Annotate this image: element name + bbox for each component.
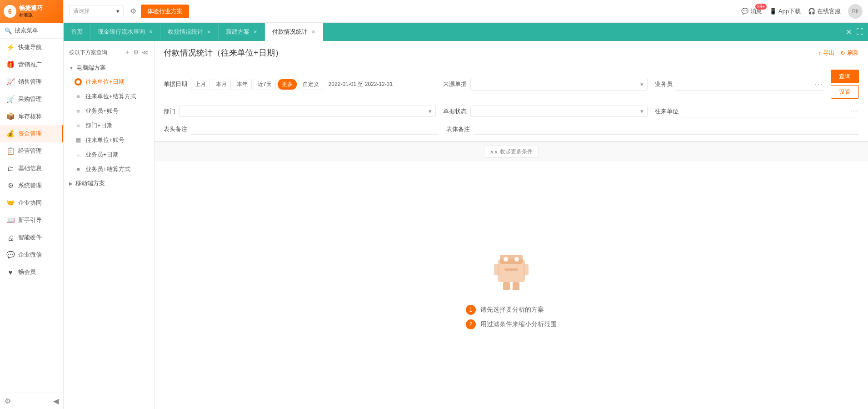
system-icon: ⚙: [6, 182, 15, 190]
svg-rect-1: [500, 255, 523, 264]
hardware-icon: 🖨: [6, 233, 15, 242]
search-menu[interactable]: 🔍 搜索菜单: [0, 23, 63, 39]
trial-btn[interactable]: 体验行业方案: [141, 5, 189, 18]
scheme-unit-account[interactable]: ▦ 往来单位+账号: [64, 133, 154, 147]
voucher-status-select[interactable]: ▾: [470, 106, 647, 117]
online-service-btn[interactable]: 🎧 在线客服: [808, 7, 841, 15]
scheme-unit-date-label: 往来单位+日期: [85, 78, 125, 86]
sidebar-nav: ⚡ 快捷导航 🎁 营销推广 📈 销售管理 🛒 采购管理 📦 库存核算 💰 资金管…: [0, 39, 63, 393]
filter-col-dept: 部门 ▾: [164, 106, 436, 117]
company-selector[interactable]: 请选择 ▾: [69, 5, 124, 17]
marketing-icon: 🎁: [6, 61, 15, 69]
online-service-label: 在线客服: [817, 7, 841, 15]
scheme-table-icon-5: ≡: [75, 166, 82, 173]
scheme-dept-date[interactable]: ≡ 部门+日期: [64, 118, 154, 133]
refresh-btn[interactable]: ↻ 刷新: [840, 49, 859, 57]
dept-select[interactable]: ▾: [179, 106, 436, 117]
sidebar-item-inventory[interactable]: 📦 库存核算: [0, 108, 63, 125]
refresh-icon: ↻: [840, 50, 845, 56]
sidebar-item-purchase[interactable]: 🛒 采购管理: [0, 91, 63, 108]
filter-col-voucher-status: 单据状态 ▾: [443, 106, 647, 117]
user-avatar[interactable]: Rit: [848, 4, 863, 19]
messages-badge: 99+: [755, 4, 767, 10]
sidebar-item-marketing[interactable]: 🎁 营销推广: [0, 56, 63, 73]
svg-rect-6: [523, 264, 529, 275]
source-select[interactable]: ▾: [470, 78, 647, 91]
date-btn-more[interactable]: 更多: [278, 79, 297, 90]
inventory-icon: 📦: [6, 112, 15, 121]
sidebar-item-finance[interactable]: 💰 资金管理: [0, 125, 63, 142]
tab-payment-close[interactable]: ✕: [311, 29, 315, 35]
table-body-note-input[interactable]: [474, 124, 859, 135]
service-icon: 🎧: [808, 8, 815, 15]
tab-home-label: 首页: [71, 28, 83, 36]
tab-new-scheme[interactable]: 新建方案 ✕: [219, 23, 265, 41]
scheme-unit-date[interactable]: 往来单位+日期: [64, 75, 154, 89]
salesman-dots[interactable]: ···: [815, 80, 823, 88]
date-btn-custom[interactable]: 自定义: [299, 79, 323, 90]
tab-bank-flow-label: 现金银行流水查询: [98, 28, 145, 36]
tab-bank-flow-close[interactable]: ✕: [149, 29, 153, 35]
tab-bank-flow[interactable]: 现金银行流水查询 ✕: [90, 23, 160, 41]
tab-home[interactable]: 首页: [64, 23, 90, 41]
step-1-num: 1: [466, 305, 476, 315]
page-header-actions: ↑ 导出 ↻ 刷新: [818, 49, 859, 57]
tab-collection-stats[interactable]: 收款情况统计 ✕: [160, 23, 219, 41]
filter-col-salesman: 业务员 ··· 查询 设置: [655, 70, 859, 99]
wechat-icon: 💬: [6, 251, 15, 259]
sidebar-item-operation[interactable]: 📋 经营管理: [0, 142, 63, 160]
date-btn-this-month[interactable]: 本月: [212, 79, 231, 90]
app-download-btn[interactable]: 📱 App下载: [769, 7, 801, 15]
tab-collection-close[interactable]: ✕: [207, 29, 211, 35]
sidebar-header: 6 畅捷通巧 标准版: [0, 0, 63, 23]
sidebar-item-hardware[interactable]: 🖨 智能硬件: [0, 229, 63, 246]
sidebar-item-basic[interactable]: 🗂 基础信息: [0, 160, 63, 177]
topbar-gear-icon[interactable]: ⚙: [130, 7, 136, 15]
sidebar-item-wechat[interactable]: 💬 企业微信: [0, 246, 63, 263]
voucher-date-label: 单据日期: [164, 80, 187, 88]
messages-btn[interactable]: 💬 消息 99+: [741, 7, 762, 15]
date-btn-last-month[interactable]: 上月: [191, 79, 210, 90]
table-header-note-input[interactable]: [191, 124, 439, 135]
tab-new-scheme-close[interactable]: ✕: [253, 29, 257, 35]
sidebar-item-guide[interactable]: 📖 新手引导: [0, 212, 63, 229]
scheme-bar-icon: ▦: [75, 136, 82, 144]
scheme-salesman-date[interactable]: ≡ 业务员+日期: [64, 147, 154, 162]
mobile-group-label: 移动端方案: [75, 179, 105, 187]
filter-row-3: 表头备注 表体备注: [164, 124, 859, 135]
collapse-filters-btn[interactable]: ∧∧ 收起更多条件: [484, 146, 539, 158]
scheme-table-icon-4: ≡: [75, 151, 82, 158]
right-panel: 付款情况统计（往来单位+日期） ↑ 导出 ↻ 刷新 单: [155, 41, 868, 409]
settings-bottom-icon[interactable]: ⚙: [5, 397, 11, 405]
settings-button[interactable]: 设置: [831, 85, 859, 99]
add-scheme-icon[interactable]: ＋: [124, 48, 130, 56]
scheme-salesman-settle[interactable]: ≡ 业务员+结算方式: [64, 162, 154, 177]
counterparty-dots[interactable]: ···: [850, 107, 859, 115]
messages-icon: 💬: [741, 8, 748, 15]
date-btn-7days[interactable]: 近7天: [254, 79, 276, 90]
scheme-salesman-account[interactable]: ≡ 业务员+账号: [64, 104, 154, 118]
date-btn-this-year[interactable]: 本年: [233, 79, 252, 90]
sidebar-item-label: 库存核算: [18, 112, 42, 121]
query-button[interactable]: 查询: [831, 70, 859, 83]
sidebar-item-enterprise[interactable]: 🤝 企业协同: [0, 194, 63, 212]
scheme-unit-settle-label: 往来单位+结算方式: [85, 92, 136, 101]
sidebar-item-label: 畅会员: [18, 268, 36, 276]
sidebar-item-label: 销售管理: [18, 78, 42, 86]
sidebar-item-sales[interactable]: 📈 销售管理: [0, 73, 63, 91]
collapse-sidebar-icon[interactable]: ◀: [53, 397, 59, 405]
sidebar-item-label: 资金管理: [18, 130, 42, 138]
scheme-unit-settle[interactable]: ≡ 往来单位+结算方式: [64, 89, 154, 104]
close-all-tabs-icon[interactable]: ✕: [846, 28, 852, 36]
export-btn[interactable]: ↑ 导出: [818, 49, 835, 57]
tab-payment-stats[interactable]: 付款情况统计 ✕: [265, 23, 323, 41]
basic-icon: 🗂: [6, 164, 15, 172]
gear-scheme-icon[interactable]: ⚙: [133, 49, 139, 56]
desktop-group-title[interactable]: ▼ 电脑端方案: [64, 61, 154, 75]
maximize-icon[interactable]: ⛶: [856, 28, 863, 36]
sidebar-item-system[interactable]: ⚙ 系统管理: [0, 177, 63, 194]
mobile-group-title[interactable]: ▶ 移动端方案: [64, 177, 154, 190]
sidebar-item-quick-nav[interactable]: ⚡ 快捷导航: [0, 39, 63, 56]
sidebar-item-vip[interactable]: ♥ 畅会员: [0, 263, 63, 281]
collapse-panel-icon[interactable]: ≪: [142, 49, 149, 56]
